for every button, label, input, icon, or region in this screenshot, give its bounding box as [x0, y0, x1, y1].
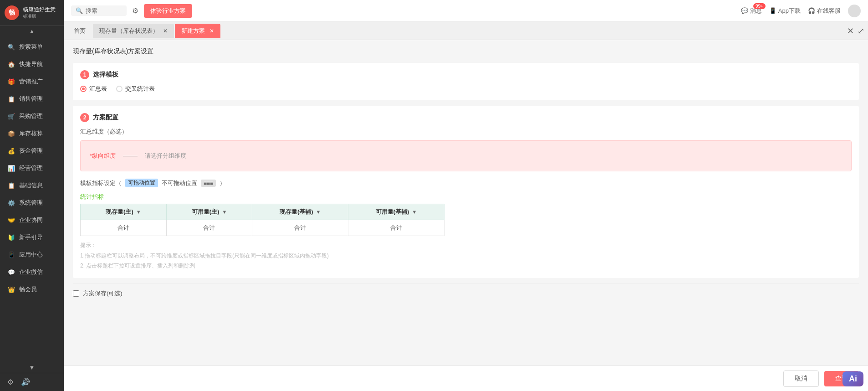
cell-available-aux: 合计	[348, 220, 444, 236]
th-available-main[interactable]: 可用量(主) ▼	[166, 204, 252, 220]
page-title: 现存量(库存状况表)方案设置	[73, 47, 859, 56]
sidebar-item-operation[interactable]: 📊经营管理	[0, 159, 64, 177]
tab-new-scheme-close[interactable]: ✕	[209, 28, 214, 34]
message-icon: 💬	[741, 7, 748, 14]
sidebar-item-basic-info[interactable]: 📋基础信息	[0, 177, 64, 194]
sidebar-item-enterprise[interactable]: 🤝企业协同	[0, 211, 64, 229]
template-section-title: 选择模板	[93, 71, 118, 79]
message-button[interactable]: 💬 消息 99+	[741, 7, 762, 15]
indicator-table: 现存量(主) ▼ 可用量(主) ▼ 现存量(基辅	[80, 204, 444, 236]
sidebar-item-label-enterprise: 企业协同	[19, 216, 43, 224]
summary-dim-label: 汇总维度（必选）	[80, 128, 852, 136]
sidebar-item-label-app-center: 应用中心	[19, 251, 43, 259]
dim-arrow: ——	[123, 152, 138, 160]
app-download-button[interactable]: 📱 App下载	[769, 7, 801, 15]
sidebar-item-label-quick-nav: 快捷导航	[19, 60, 43, 68]
footer-bar: 取消 查询	[64, 365, 868, 391]
sidebar-item-purchase[interactable]: 🛒采购管理	[0, 108, 64, 125]
gear-icon[interactable]: ⚙	[132, 6, 138, 15]
logo-badge: 标准版	[23, 13, 56, 20]
sidebar-item-new-guide[interactable]: 🔰新手引导	[0, 229, 64, 246]
sidebar-item-label-finance: 资金管理	[19, 147, 43, 155]
nav-icon-sales: 📋	[7, 95, 15, 103]
sidebar-item-sales[interactable]: 📋销售管理	[0, 90, 64, 108]
message-badge: 99+	[753, 3, 766, 9]
search-icon: 🔍	[76, 7, 83, 14]
expand-tab-btn[interactable]: ⤢	[858, 26, 864, 36]
close-tab-btn[interactable]: ✕	[847, 26, 854, 36]
search-input[interactable]	[86, 7, 122, 14]
sidebar-item-app-center[interactable]: 📱应用中心	[0, 246, 64, 263]
speaker-icon[interactable]: 🔊	[21, 378, 30, 386]
sidebar-item-label-search-menu: 搜索菜单	[19, 43, 43, 51]
tab-new-scheme[interactable]: 新建方案 ✕	[175, 24, 220, 38]
search-box[interactable]: 🔍	[71, 5, 127, 16]
sidebar-item-search-menu[interactable]: 🔍搜索菜单	[0, 38, 64, 56]
radio-cross-dot	[116, 86, 123, 92]
tab-inventory-status-close[interactable]: ✕	[163, 28, 168, 34]
service-label: 在线客服	[817, 7, 841, 15]
tab-home[interactable]: 首页	[67, 24, 92, 38]
logo-icon: 畅	[5, 5, 19, 20]
sidebar-logo: 畅 畅康通好生意 标准版	[0, 0, 64, 26]
cell-available-main: 合计	[166, 220, 252, 236]
tips-section: 提示： 1.拖动标题栏可以调整布局，不可跨维度或指标区域拖拉目字段(只能在同一维…	[80, 242, 852, 271]
app-label: App下载	[778, 7, 801, 15]
ai-badge[interactable]: Ai	[842, 371, 863, 386]
dim-placeholder[interactable]: 请选择分组维度	[145, 152, 186, 160]
chevron-down-icon: ▼	[222, 209, 227, 215]
stat-indicators-title: 统计指标	[80, 193, 852, 201]
dim-required-label: *纵向维度	[90, 152, 116, 160]
th-current-main[interactable]: 现存量(主) ▼	[81, 204, 167, 220]
step2-badge: 2	[80, 113, 89, 122]
cancel-button[interactable]: 取消	[783, 370, 819, 387]
draggable-badge: 可拖动位置	[125, 179, 158, 187]
tips-item-2: 2. 点击标题栏下拉可设置排序、插入列和删除列	[80, 261, 852, 271]
radio-summary-dot	[80, 86, 87, 92]
tab-inventory-status[interactable]: 现存量（库存状况表） ✕	[93, 24, 174, 38]
sidebar-item-finance[interactable]: 💰资金管理	[0, 142, 64, 159]
step1-badge: 1	[80, 70, 89, 79]
sidebar-item-label-operation: 经营管理	[19, 164, 43, 172]
sidebar-scroll-down[interactable]: ▼	[0, 362, 64, 373]
non-draggable-badge: ≡≡≡	[201, 180, 216, 187]
th-available-aux[interactable]: 可用量(基辅) ▼	[348, 204, 444, 220]
tips-item-1: 1.拖动标题栏可以调整布局，不可跨维度或指标区域拖拉目字段(只能在同一维度或指标…	[80, 251, 852, 261]
sidebar-item-label-purchase: 采购管理	[19, 112, 43, 120]
sidebar-item-member[interactable]: 👑畅会员	[0, 281, 64, 298]
sidebar-item-label-member: 畅会员	[19, 285, 37, 293]
topbar-right: 💬 消息 99+ 📱 App下载 🎧 在线客服	[741, 5, 861, 17]
sidebar-item-label-new-guide: 新手引导	[19, 233, 43, 242]
nav-icon-member: 👑	[7, 285, 15, 293]
indicator-settings: 模板指标设定（ 可拖动位置 不可拖动位置 ≡≡≡ ）	[80, 179, 852, 187]
phone-icon: 📱	[769, 7, 776, 14]
save-row: 方案保存(可选)	[73, 283, 859, 303]
radio-summary[interactable]: 汇总表	[80, 85, 107, 93]
sidebar-item-system[interactable]: ⚙️系统管理	[0, 194, 64, 211]
scheme-section: 2 方案配置 汇总维度（必选） *纵向维度 —— 请选择分组维度 模板指标设定（…	[73, 106, 859, 278]
th-current-aux[interactable]: 现存量(基辅) ▼	[252, 204, 348, 220]
tab-new-scheme-label: 新建方案	[181, 27, 205, 35]
sidebar-item-label-system: 系统管理	[19, 199, 43, 207]
nav-icon-app-center: 📱	[7, 251, 15, 259]
sidebar-item-inventory[interactable]: 📦库存核算	[0, 125, 64, 142]
sidebar-item-quick-nav[interactable]: 🏠快捷导航	[0, 56, 64, 73]
user-avatar[interactable]	[848, 5, 861, 17]
service-button[interactable]: 🎧 在线客服	[808, 7, 841, 15]
save-checkbox[interactable]	[73, 290, 79, 297]
headset-icon: 🎧	[808, 7, 815, 14]
sidebar-bottom: ⚙ 🔊	[0, 373, 64, 391]
settings-icon[interactable]: ⚙	[7, 378, 14, 386]
sidebar-item-label-marketing: 营销推广	[19, 77, 43, 86]
nav-icon-search-menu: 🔍	[7, 43, 15, 51]
indicator-settings-label: 模板指标设定（ 可拖动位置 不可拖动位置 ≡≡≡ ）	[80, 179, 852, 187]
trial-button[interactable]: 体验行业方案	[144, 4, 192, 18]
tabs-bar: 首页 现存量（库存状况表） ✕ 新建方案 ✕ ✕ ⤢	[64, 22, 868, 40]
sidebar-item-wechat[interactable]: 💬企业微信	[0, 263, 64, 281]
sidebar-scroll-up[interactable]: ▲	[0, 26, 64, 36]
radio-cross-label: 交叉统计表	[125, 85, 155, 93]
sidebar: 畅 畅康通好生意 标准版 ▲ 🔍搜索菜单🏠快捷导航🎁营销推广📋销售管理🛒采购管理…	[0, 0, 64, 391]
sidebar-item-marketing[interactable]: 🎁营销推广	[0, 73, 64, 90]
radio-cross[interactable]: 交叉统计表	[116, 85, 155, 93]
table-row: 合计 合计 合计 合计	[81, 220, 444, 236]
